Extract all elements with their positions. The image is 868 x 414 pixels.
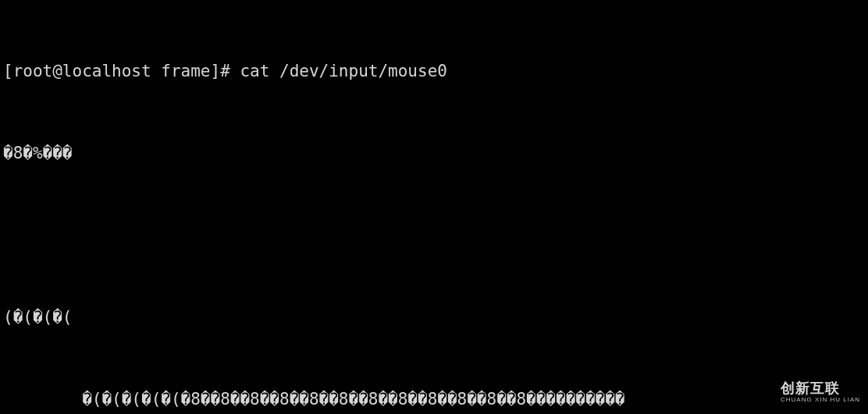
output-line [3,222,868,249]
brand-logo-icon [748,378,776,406]
watermark-subtitle: CHUANG XIN HU LIAN [781,397,860,403]
watermark: 创新互联 CHUANG XIN HU LIAN [748,378,860,406]
output-line: (�(�(�( [3,304,868,331]
prompt-line: [root@localhost frame]# cat /dev/input/m… [3,58,868,85]
output-line: �8�%��� [3,140,868,167]
output-line: �(�(�(�(�(�8��8��8��8��8��8��8��8��8��8�… [3,386,868,413]
terminal-window[interactable]: [root@localhost frame]# cat /dev/input/m… [0,0,868,414]
watermark-title: 创新互联 [781,381,860,395]
command-text: cat /dev/input/mouse0 [240,62,447,80]
shell-prompt: [root@localhost frame]# [3,62,240,80]
